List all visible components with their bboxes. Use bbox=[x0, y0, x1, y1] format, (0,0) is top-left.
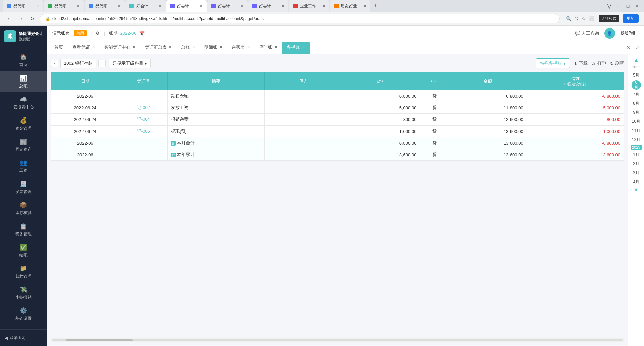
tab-close-5[interactable]: ✕ bbox=[240, 4, 244, 8]
sidebar-item-库存核算[interactable]: 📦 库存核算 bbox=[0, 198, 47, 219]
download-btn[interactable]: ⬇ 下载 bbox=[574, 60, 588, 66]
refresh-btn[interactable]: ↻ 刷新 bbox=[610, 60, 624, 66]
sidebar-item-工资[interactable]: 👥 工资 bbox=[0, 156, 47, 177]
cell-voucher-1[interactable]: 记-002 bbox=[119, 102, 168, 114]
new-tab-button[interactable]: + bbox=[371, 1, 380, 11]
date-panel-down[interactable]: ▼ bbox=[634, 187, 639, 193]
special-btn[interactable]: 特殊多栏账 ▾ bbox=[536, 58, 570, 68]
tab-close-1[interactable]: ✕ bbox=[77, 4, 80, 8]
sidebar-item-资金管理[interactable]: 💰 资金管理 bbox=[0, 113, 47, 135]
page-tab-close-1[interactable]: ✕ bbox=[92, 45, 95, 49]
browser-tab-7[interactable]: 企业工作 ✕ bbox=[289, 0, 329, 12]
browser-tab-6[interactable]: 好会计 ✕ bbox=[248, 0, 288, 12]
user-avatar[interactable]: 👤 bbox=[604, 28, 615, 39]
sidebar-item-发票管理[interactable]: 🧾 发票管理 bbox=[0, 177, 47, 198]
tab-list-button[interactable]: ⋁ bbox=[605, 2, 613, 10]
maximize-button[interactable]: □ bbox=[624, 2, 632, 10]
sidebar-item-归档管理[interactable]: 📁 归档管理 bbox=[0, 261, 47, 283]
back-button[interactable]: ← bbox=[5, 15, 13, 23]
browser-tab-8[interactable]: 用友好业 ✕ bbox=[330, 0, 370, 12]
page-tab-close-8[interactable]: ✕ bbox=[302, 45, 305, 49]
date-month-2022-9月[interactable]: 9月 bbox=[628, 108, 644, 117]
tab-bar-collapse-icon[interactable]: ✕ bbox=[625, 43, 632, 52]
page-tab-8[interactable]: 多栏账✕ bbox=[282, 42, 310, 54]
sidebar-item-总账[interactable]: 📊 总账 bbox=[0, 71, 47, 92]
browser-tab-3[interactable]: 好会计 ✕ bbox=[125, 0, 166, 12]
date-month-2022-6月[interactable]: 6月 bbox=[632, 80, 641, 90]
pin-toggle[interactable]: ◀ 取消固定 bbox=[3, 333, 44, 343]
sidebar-item-固定资产[interactable]: 🏢 固定资产 bbox=[0, 135, 47, 156]
page-tab-5[interactable]: 明细账✕ bbox=[200, 42, 227, 54]
cell-voucher-3[interactable]: 记-006 bbox=[119, 126, 168, 137]
cell-voucher-2[interactable]: 记-004 bbox=[119, 114, 168, 126]
page-tab-3[interactable]: 凭证汇总表✕ bbox=[140, 42, 176, 54]
print-btn[interactable]: 🖨 打印 bbox=[592, 60, 606, 66]
page-tab-2[interactable]: 智能凭证中心✕ bbox=[100, 42, 140, 54]
date-month-2023-4月[interactable]: 4月 bbox=[628, 178, 644, 186]
voucher-link-1[interactable]: 记-002 bbox=[137, 105, 150, 110]
sidebar-logo[interactable]: 账 畅捷通好会计 旗舰版 bbox=[0, 26, 47, 47]
tab-bar-expand-icon[interactable]: ⤢ bbox=[634, 43, 641, 52]
page-tab-close-3[interactable]: ✕ bbox=[169, 45, 172, 49]
tab-close-4[interactable]: ✕ bbox=[200, 4, 203, 8]
address-input[interactable]: 🔒 cloud2.chanjet.com/accounting/uh26t264… bbox=[40, 14, 560, 23]
horizontal-scrollbar[interactable] bbox=[51, 338, 624, 342]
date-month-2022-11月[interactable]: 11月 bbox=[628, 127, 644, 135]
star-icon[interactable]: ☆ bbox=[582, 16, 586, 21]
date-month-2022-10月[interactable]: 10月 bbox=[628, 117, 644, 126]
page-tab-close-6[interactable]: ✕ bbox=[247, 45, 250, 49]
date-month-2022-8月[interactable]: 8月 bbox=[628, 99, 644, 108]
browser-tab-0[interactable]: 易代账 ✕ bbox=[3, 0, 43, 12]
sidebar-item-结账[interactable]: ✅ 结账 bbox=[0, 240, 47, 261]
settings-action[interactable]: ⚙ bbox=[96, 31, 100, 36]
date-month-2023-1月[interactable]: 1月 bbox=[628, 151, 644, 159]
voucher-link-2[interactable]: 记-004 bbox=[137, 117, 150, 122]
browser-tab-5[interactable]: 好会计 ✕ bbox=[207, 0, 248, 12]
date-panel-up[interactable]: ▲ bbox=[634, 57, 639, 63]
sidebar-item-基础设置[interactable]: ⚙️ 基础设置 bbox=[0, 304, 47, 325]
date-month-2022-5月[interactable]: 5月 bbox=[628, 71, 644, 80]
sidebar-item-云报表中心[interactable]: ☁️ 云报表中心 bbox=[0, 92, 47, 113]
window-icon[interactable]: ⬜ bbox=[589, 16, 594, 21]
tab-close-6[interactable]: ✕ bbox=[281, 4, 284, 8]
page-tab-close-4[interactable]: ✕ bbox=[192, 45, 195, 49]
consult-action[interactable]: 💬 人工咨询 bbox=[575, 30, 599, 36]
sidebar-item-税务管理[interactable]: 📋 税务管理 bbox=[0, 219, 47, 240]
minimize-button[interactable]: ─ bbox=[614, 2, 623, 10]
sidebar-item-首页[interactable]: 🏠 首页 bbox=[0, 50, 47, 71]
prev-account-button[interactable]: ‹ bbox=[51, 60, 58, 67]
shield-icon[interactable]: 🛡 bbox=[574, 16, 579, 21]
browser-tab-4[interactable]: 好会计 ✕ bbox=[166, 0, 207, 12]
page-tab-0[interactable]: 首页 bbox=[50, 42, 68, 54]
scrollbar-thumb[interactable] bbox=[66, 339, 133, 341]
voucher-link-3[interactable]: 记-006 bbox=[137, 129, 150, 134]
sidebar-item-新手引导[interactable]: 📖 新手引导 bbox=[0, 325, 47, 329]
next-account-button[interactable]: › bbox=[98, 60, 106, 67]
page-tab-7[interactable]: 序时账✕ bbox=[255, 42, 282, 54]
sidebar-item-小畅报销[interactable]: 💸 小畅报销 bbox=[0, 283, 47, 304]
browser-tab-1[interactable]: 易代账 ✕ bbox=[44, 0, 84, 12]
browser-tab-2[interactable]: 易代账 ✕ bbox=[85, 0, 125, 12]
page-tab-close-5[interactable]: ✕ bbox=[219, 45, 222, 49]
tab-close-2[interactable]: ✕ bbox=[118, 4, 121, 8]
date-month-2022-12月[interactable]: 12月 bbox=[628, 136, 644, 144]
tab-close-0[interactable]: ✕ bbox=[36, 4, 39, 8]
page-tab-close-2[interactable]: ✕ bbox=[132, 45, 136, 49]
page-tab-6[interactable]: 余额表✕ bbox=[227, 42, 255, 54]
forward-button[interactable]: → bbox=[17, 15, 25, 23]
tab-close-3[interactable]: ✕ bbox=[159, 4, 162, 8]
no-trace-button[interactable]: 无痕模式 bbox=[599, 15, 619, 22]
tab-close-7[interactable]: ✕ bbox=[322, 4, 325, 8]
date-month-2023-3月[interactable]: 3月 bbox=[628, 169, 644, 177]
period-action[interactable]: 账期 2022-06 📅 bbox=[109, 30, 145, 36]
reload-button[interactable]: ↻ bbox=[28, 15, 36, 23]
sub-account-button[interactable]: 只显示下级科目 ▾ bbox=[109, 59, 151, 68]
search-icon[interactable]: 🔍 bbox=[566, 16, 572, 21]
demo-badge[interactable]: 禁用 bbox=[74, 30, 87, 36]
date-month-2022-7月[interactable]: 7月 bbox=[628, 90, 644, 99]
tab-close-8[interactable]: ✕ bbox=[363, 4, 366, 8]
page-tab-4[interactable]: 总账✕ bbox=[176, 42, 200, 54]
date-month-2023-2月[interactable]: 2月 bbox=[628, 160, 644, 168]
close-button[interactable]: ✕ bbox=[633, 2, 641, 10]
page-tab-close-7[interactable]: ✕ bbox=[274, 45, 277, 49]
